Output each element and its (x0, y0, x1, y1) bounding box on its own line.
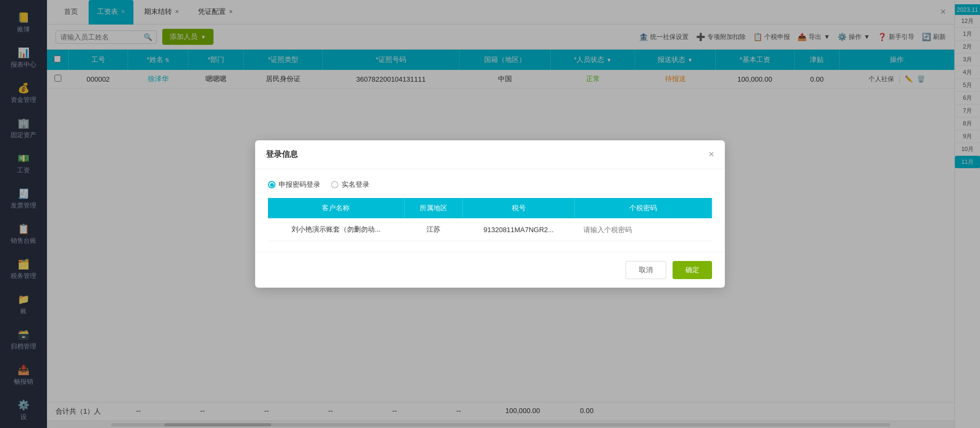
radio-realname-login[interactable]: 实名登录 (331, 180, 369, 189)
login-type-radio-group: 申报密码登录 实名登录 (268, 180, 712, 189)
modal-cell-taxno: 91320811MA7NGR2... (463, 218, 575, 241)
modal-cell-region: 江苏 (404, 218, 462, 241)
modal-client-table: 客户名称 所属地区 税号 个税密码 刘小艳演示账套（勿删勿动... 江苏 913… (268, 198, 712, 241)
modal-body: 申报密码登录 实名登录 客户名称 所属地区 税号 个税密码 (255, 169, 725, 252)
cancel-button[interactable]: 取消 (626, 261, 666, 279)
modal-col-name: 客户名称 (268, 198, 404, 218)
login-info-modal: 登录信息 × 申报密码登录 实名登录 客户名称 所属地区 (255, 140, 725, 288)
radio-password-label: 申报密码登录 (279, 180, 320, 189)
radio-realname-dot (331, 181, 338, 188)
modal-cell-password[interactable] (575, 218, 712, 241)
modal-table-row: 刘小艳演示账套（勿删勿动... 江苏 91320811MA7NGR2... (268, 218, 712, 241)
modal-col-region: 所属地区 (404, 198, 462, 218)
modal-title: 登录信息 (266, 149, 298, 160)
modal-cell-name: 刘小艳演示账套（勿删勿动... (268, 218, 404, 241)
modal-header: 登录信息 × (255, 140, 725, 169)
tax-password-input[interactable] (583, 226, 704, 234)
modal-col-password: 个税密码 (575, 198, 712, 218)
modal-overlay: 登录信息 × 申报密码登录 实名登录 客户名称 所属地区 (0, 0, 980, 428)
modal-col-taxno: 税号 (463, 198, 575, 218)
modal-footer: 取消 确定 (255, 252, 725, 288)
radio-password-dot (268, 181, 275, 188)
confirm-button[interactable]: 确定 (673, 261, 712, 279)
radio-realname-label: 实名登录 (342, 180, 369, 189)
radio-password-login[interactable]: 申报密码登录 (268, 180, 320, 189)
modal-close-icon[interactable]: × (708, 149, 714, 160)
